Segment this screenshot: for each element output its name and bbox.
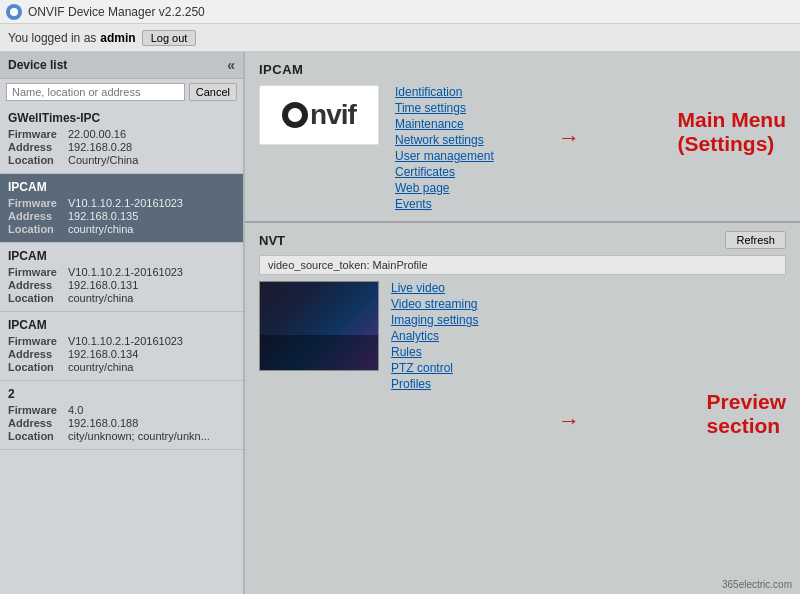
ipcam-link[interactable]: Certificates [395, 165, 494, 179]
refresh-button[interactable]: Refresh [725, 231, 786, 249]
watermark: 365electric.com [722, 579, 792, 590]
device-name: GWellTimes-IPC [8, 111, 235, 125]
onvif-circle-icon [282, 102, 308, 128]
right-panel: IPCAM nvif IdentificationTime settingsMa… [245, 52, 800, 594]
device-list-header: Device list « [0, 52, 243, 79]
device-list-item[interactable]: 2 Firmware 4.0 Address 192.168.0.188 Loc… [0, 381, 243, 450]
logged-in-label: You logged in as [8, 31, 96, 45]
nvt-title: NVT [259, 233, 285, 248]
onvif-text: nvif [310, 99, 356, 131]
firmware-label: Firmware [8, 335, 64, 347]
nvt-link[interactable]: Profiles [391, 377, 478, 391]
login-bar: You logged in as admin Log out [0, 24, 800, 52]
ipcam-section-title: IPCAM [259, 62, 786, 77]
ipcam-link[interactable]: Events [395, 197, 494, 211]
device-name: 2 [8, 387, 235, 401]
address-label: Address [8, 279, 64, 291]
address-label: Address [8, 210, 64, 222]
address-label: Address [8, 348, 64, 360]
firmware-value: V10.1.10.2.1-20161023 [68, 197, 183, 209]
address-value: 192.168.0.188 [68, 417, 138, 429]
firmware-value: 22.00.00.16 [68, 128, 126, 140]
onvif-logo: nvif [259, 85, 379, 145]
device-name: IPCAM [8, 318, 235, 332]
firmware-value: V10.1.10.2.1-20161023 [68, 266, 183, 278]
username-label: admin [100, 31, 135, 45]
nvt-content: Live videoVideo streamingImaging setting… [259, 281, 786, 586]
device-details: Firmware 4.0 Address 192.168.0.188 Locat… [8, 404, 235, 442]
device-list-item[interactable]: GWellTimes-IPC Firmware 22.00.00.16 Addr… [0, 105, 243, 174]
firmware-value: 4.0 [68, 404, 83, 416]
device-details: Firmware V10.1.10.2.1-20161023 Address 1… [8, 266, 235, 304]
address-label: Address [8, 141, 64, 153]
device-list-scroll[interactable]: GWellTimes-IPC Firmware 22.00.00.16 Addr… [0, 105, 243, 594]
search-bar: Cancel [0, 79, 243, 105]
device-list-item[interactable]: IPCAM Firmware V10.1.10.2.1-20161023 Add… [0, 174, 243, 243]
device-name: IPCAM [8, 180, 235, 194]
search-input[interactable] [6, 83, 185, 101]
location-value: country/china [68, 292, 133, 304]
firmware-label: Firmware [8, 128, 64, 140]
address-value: 192.168.0.131 [68, 279, 138, 291]
nvt-link[interactable]: Video streaming [391, 297, 478, 311]
location-label: Location [8, 154, 64, 166]
ipcam-section: IPCAM nvif IdentificationTime settingsMa… [245, 52, 800, 223]
ipcam-content: nvif IdentificationTime settingsMaintena… [259, 85, 786, 211]
firmware-label: Firmware [8, 404, 64, 416]
location-label: Location [8, 292, 64, 304]
nvt-header: NVT Refresh [259, 231, 786, 249]
ipcam-links: IdentificationTime settingsMaintenanceNe… [395, 85, 494, 211]
nvt-link[interactable]: Rules [391, 345, 478, 359]
ipcam-link[interactable]: Network settings [395, 133, 494, 147]
main-layout: Device list « Cancel GWellTimes-IPC Firm… [0, 52, 800, 594]
device-list-item[interactable]: IPCAM Firmware V10.1.10.2.1-20161023 Add… [0, 312, 243, 381]
app-icon [6, 4, 22, 20]
collapse-button[interactable]: « [227, 57, 235, 73]
preview-thumbnail [259, 281, 379, 371]
address-value: 192.168.0.134 [68, 348, 138, 360]
firmware-label: Firmware [8, 197, 64, 209]
address-value: 192.168.0.135 [68, 210, 138, 222]
preview-image [260, 282, 378, 370]
nvt-link[interactable]: Analytics [391, 329, 478, 343]
location-value: country/china [68, 223, 133, 235]
ipcam-link[interactable]: Maintenance [395, 117, 494, 131]
location-label: Location [8, 361, 64, 373]
location-value: country/china [68, 361, 133, 373]
location-label: Location [8, 430, 64, 442]
device-name: IPCAM [8, 249, 235, 263]
device-list-panel: Device list « Cancel GWellTimes-IPC Firm… [0, 52, 245, 594]
logout-button[interactable]: Log out [142, 30, 197, 46]
ipcam-link[interactable]: Time settings [395, 101, 494, 115]
firmware-label: Firmware [8, 266, 64, 278]
location-label: Location [8, 223, 64, 235]
ipcam-link[interactable]: Web page [395, 181, 494, 195]
device-details: Firmware V10.1.10.2.1-20161023 Address 1… [8, 335, 235, 373]
nvt-link[interactable]: Live video [391, 281, 478, 295]
cancel-button[interactable]: Cancel [189, 83, 237, 101]
device-details: Firmware 22.00.00.16 Address 192.168.0.2… [8, 128, 235, 166]
device-list-title: Device list [8, 58, 67, 72]
nvt-link[interactable]: PTZ control [391, 361, 478, 375]
device-list-item[interactable]: IPCAM Firmware V10.1.10.2.1-20161023 Add… [0, 243, 243, 312]
ipcam-link[interactable]: Identification [395, 85, 494, 99]
nvt-link[interactable]: Imaging settings [391, 313, 478, 327]
nvt-section: NVT Refresh video_source_token: MainProf… [245, 223, 800, 594]
location-value: city/unknown; country/unkn... [68, 430, 210, 442]
nvt-links: Live videoVideo streamingImaging setting… [391, 281, 478, 586]
firmware-value: V10.1.10.2.1-20161023 [68, 335, 183, 347]
location-value: Country/China [68, 154, 138, 166]
video-source-bar: video_source_token: MainProfile [259, 255, 786, 275]
ipcam-link[interactable]: User management [395, 149, 494, 163]
device-details: Firmware V10.1.10.2.1-20161023 Address 1… [8, 197, 235, 235]
address-value: 192.168.0.28 [68, 141, 132, 153]
app-title: ONVIF Device Manager v2.2.250 [28, 5, 205, 19]
address-label: Address [8, 417, 64, 429]
title-bar: ONVIF Device Manager v2.2.250 [0, 0, 800, 24]
